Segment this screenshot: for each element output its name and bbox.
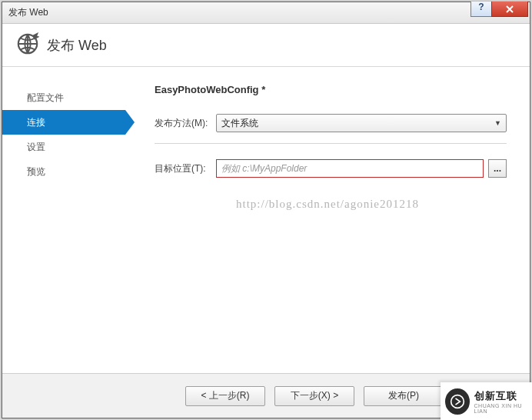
sidebar-item-settings[interactable]: 设置 [2, 135, 125, 159]
sidebar-item-preview[interactable]: 预览 [2, 159, 125, 184]
target-row: 目标位置(T): 例如 c:\MyAppFolder ... [155, 159, 507, 178]
target-input[interactable]: 例如 c:\MyAppFolder [216, 159, 484, 178]
sidebar: 配置文件 连接 设置 预览 [2, 67, 125, 373]
globe-icon [16, 32, 39, 58]
close-icon [505, 5, 514, 14]
sidebar-item-profile[interactable]: 配置文件 [2, 85, 125, 110]
watermark-text: http://blog.csdn.net/agonie201218 [236, 198, 419, 211]
chevron-down-icon: ▼ [494, 119, 501, 127]
publish-method-label: 发布方法(M): [155, 117, 216, 130]
section-title: EasyPhotoWebConfig * [155, 84, 507, 95]
publish-method-value: 文件系统 [221, 117, 258, 130]
help-button[interactable]: ? [470, 2, 492, 17]
header-title: 发布 Web [47, 36, 107, 55]
prev-button[interactable]: < 上一步(R) [185, 386, 265, 406]
window-controls: ? [471, 2, 528, 17]
divider [155, 143, 507, 144]
branding-cn: 创新互联 [474, 389, 532, 403]
svg-point-1 [451, 395, 464, 408]
branding-logo-icon [445, 388, 470, 415]
window-title: 发布 Web [2, 6, 48, 19]
publish-method-combo[interactable]: 文件系统 ▼ [216, 114, 507, 132]
publish-method-row: 发布方法(M): 文件系统 ▼ [155, 114, 507, 132]
titlebar: 发布 Web ? [2, 2, 530, 24]
target-label: 目标位置(T): [155, 162, 216, 175]
main-panel: EasyPhotoWebConfig * 发布方法(M): 文件系统 ▼ 目标位… [125, 67, 530, 373]
next-button[interactable]: 下一步(X) > [274, 386, 354, 406]
branding-en: CHUANG XIN HU LIAN [474, 403, 532, 414]
branding-badge: 创新互联 CHUANG XIN HU LIAN [441, 382, 532, 420]
publish-button[interactable]: 发布(P) [364, 386, 444, 406]
browse-button[interactable]: ... [488, 159, 507, 178]
close-button[interactable] [491, 2, 528, 17]
target-placeholder: 例如 c:\MyAppFolder [221, 162, 307, 175]
dialog-window: 发布 Web ? 发布 Web 配置文件 连接 设置 预览 EasyPho [2, 2, 530, 418]
dialog-body: 配置文件 连接 设置 预览 EasyPhotoWebConfig * 发布方法(… [2, 67, 530, 373]
dialog-header: 发布 Web [2, 24, 530, 67]
sidebar-item-connection[interactable]: 连接 [2, 110, 125, 135]
